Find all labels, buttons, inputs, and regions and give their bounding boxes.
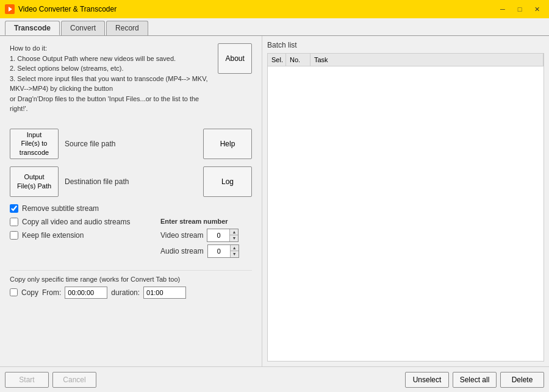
instructions: How to do it: 1. Choose Output Path wher… — [10, 43, 218, 114]
instructions-step4: or Drag'n'Drop files to the button 'Inpu… — [10, 94, 218, 114]
video-stream-label: Video stream — [160, 231, 203, 240]
batch-col-no: No. — [286, 54, 310, 66]
tab-transcode[interactable]: Transcode — [5, 21, 60, 35]
video-stream-up[interactable]: ▲ — [230, 229, 238, 236]
video-stream-arrows: ▲ ▼ — [229, 229, 238, 241]
remove-subtitle-row: Remove subtitle stream — [10, 204, 252, 213]
log-button[interactable]: Log — [203, 166, 252, 197]
duration-input[interactable] — [143, 287, 186, 299]
copy-all-streams-row: Copy all video and audio streams — [10, 218, 154, 226]
tab-record[interactable]: Record — [106, 21, 148, 35]
video-stream-row: Video stream ▲ ▼ — [160, 229, 252, 242]
log-btn-wrapper: Log — [203, 166, 252, 197]
stream-number-section: Enter stream number Video stream ▲ ▼ — [160, 218, 252, 260]
audio-stream-row: Audio stream ▲ ▼ — [160, 244, 252, 258]
audio-stream-spinbox: ▲ ▼ — [207, 244, 239, 258]
main-window: Transcode Convert Record How to do it: 1… — [0, 18, 549, 392]
remove-subtitle-checkbox[interactable] — [10, 204, 18, 213]
audio-stream-down[interactable]: ▼ — [231, 251, 239, 257]
unselect-button[interactable]: Unselect — [405, 372, 449, 388]
video-stream-down[interactable]: ▼ — [230, 235, 238, 241]
app-icon — [5, 4, 15, 14]
keep-extension-checkbox[interactable] — [10, 231, 18, 240]
output-left: OutputFile(s) Path Destination file path — [10, 166, 197, 197]
audio-stream-up[interactable]: ▲ — [231, 245, 239, 252]
batch-title: Batch list — [267, 41, 544, 49]
audio-stream-label: Audio stream — [160, 247, 204, 255]
batch-col-sel: Sel. — [268, 54, 286, 66]
cancel-button[interactable]: Cancel — [52, 372, 96, 388]
title-bar-controls: ─ □ ✕ — [495, 3, 544, 15]
tab-bar: Transcode Convert Record — [0, 18, 549, 35]
instructions-step1: 1. Choose Output Path where new videos w… — [10, 54, 218, 64]
copy-label: Copy — [21, 288, 38, 297]
instructions-step2: 2. Select options below (streams, etc). — [10, 63, 218, 74]
output-files-button[interactable]: OutputFile(s) Path — [10, 166, 59, 197]
maximize-button[interactable]: □ — [512, 3, 527, 15]
copy-all-streams-checkbox[interactable] — [10, 218, 18, 226]
streams-row: Copy all video and audio streams Keep fi… — [10, 218, 252, 260]
from-input[interactable] — [65, 287, 107, 299]
bottom-bar: Start Cancel Unselect Select all Delete — [0, 366, 549, 392]
instructions-title: How to do it: — [10, 43, 218, 54]
window-title: Video Converter & Transcoder — [18, 5, 117, 13]
copy-all-streams-label: Copy all video and audio streams — [22, 218, 130, 226]
title-bar: Video Converter & Transcoder ─ □ ✕ — [0, 0, 549, 18]
input-left: InputFile(s) totranscode Source file pat… — [10, 129, 197, 159]
duration-label: duration: — [111, 288, 140, 297]
batch-col-task: Task — [310, 54, 544, 66]
about-button[interactable]: About — [218, 43, 252, 74]
keep-extension-row: Keep file extension — [10, 231, 154, 240]
delete-button[interactable]: Delete — [500, 372, 544, 388]
input-files-section: InputFile(s) totranscode Source file pat… — [10, 129, 252, 159]
from-label: From: — [42, 288, 61, 297]
top-row: How to do it: 1. Choose Output Path wher… — [10, 43, 252, 119]
time-range-section: Copy only specific time range (works for… — [10, 270, 252, 299]
audio-stream-input[interactable] — [208, 245, 230, 257]
options-section: Remove subtitle stream Copy all video an… — [10, 204, 252, 299]
left-panel: How to do it: 1. Choose Output Path wher… — [0, 36, 262, 366]
checkboxes-col: Copy all video and audio streams Keep fi… — [10, 218, 154, 244]
batch-list-area: Sel. No. Task — [267, 53, 544, 362]
input-files-button[interactable]: InputFile(s) totranscode — [10, 129, 59, 159]
select-all-button[interactable]: Select all — [453, 372, 497, 388]
keep-extension-label: Keep file extension — [22, 231, 84, 240]
help-btn-wrapper: Help — [203, 129, 252, 159]
source-path-label: Source file path — [65, 140, 197, 148]
start-button[interactable]: Start — [5, 372, 49, 388]
video-stream-input[interactable] — [207, 229, 229, 241]
output-files-section: OutputFile(s) Path Destination file path… — [10, 166, 252, 197]
stream-number-title: Enter stream number — [160, 218, 252, 225]
right-panel: Batch list Sel. No. Task — [262, 36, 549, 366]
remove-subtitle-label: Remove subtitle stream — [22, 204, 99, 213]
dest-path-label: Destination file path — [65, 177, 197, 186]
content-area: How to do it: 1. Choose Output Path wher… — [0, 35, 549, 366]
video-stream-spinbox: ▲ ▼ — [207, 229, 239, 242]
batch-header: Sel. No. Task — [268, 54, 544, 66]
title-bar-left: Video Converter & Transcoder — [5, 4, 117, 14]
time-range-row: Copy From: duration: — [10, 287, 252, 299]
time-range-title: Copy only specific time range (works for… — [10, 276, 252, 283]
time-range-checkbox[interactable] — [10, 288, 18, 296]
instructions-step3: 3. Select more input files that you want… — [10, 74, 218, 94]
close-button[interactable]: ✕ — [529, 3, 544, 15]
help-button[interactable]: Help — [203, 129, 252, 159]
audio-stream-arrows: ▲ ▼ — [230, 245, 239, 257]
minimize-button[interactable]: ─ — [495, 3, 510, 15]
tab-convert[interactable]: Convert — [61, 21, 105, 35]
